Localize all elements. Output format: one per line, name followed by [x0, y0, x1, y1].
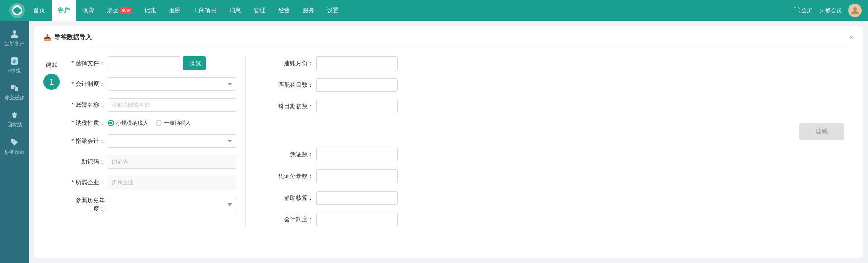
sidebar-label-declaration: 0申报: [8, 67, 21, 74]
form-area: 建账 1 * 选择文件： +浏览 * 会计制度：: [43, 56, 854, 226]
radio-small-scale[interactable]: 小规模纳税人: [108, 119, 148, 127]
accounting-select[interactable]: [108, 77, 236, 91]
svg-point-10: [13, 141, 14, 142]
radio-dot-unchecked: [156, 120, 162, 126]
accountant-row: * 指派会计：: [69, 134, 236, 148]
svg-point-1: [13, 30, 16, 34]
nav-item-home[interactable]: 首页: [27, 0, 52, 21]
voucher-entries-label: 凭证分录数：: [273, 172, 313, 180]
voucher-entries-row: 凭证分录数：: [273, 169, 854, 183]
nav-item-manage[interactable]: 管理: [247, 0, 272, 21]
dialog-panel: 📥 导爷数据导入 × 建账 1 * 选择文件： +浏览: [34, 26, 863, 258]
history-year-row: 参照历史年度：: [69, 197, 236, 213]
migration-icon: [9, 83, 19, 93]
history-year-label: 参照历史年度：: [69, 197, 105, 213]
sidebar-item-tag-settings[interactable]: 标签设置: [0, 134, 29, 159]
ledger-name-label: * 账簿名称：: [69, 101, 105, 109]
tax-type-row: * 纳税性质： 小规模纳税人 一般纳税人: [69, 119, 236, 127]
month-row: 建账月份：: [273, 56, 854, 70]
voucher-entries-value: [316, 169, 398, 183]
form-fields-left: * 选择文件： +浏览 * 会计制度： * 账簿名称：: [69, 56, 236, 226]
company-input[interactable]: [108, 176, 236, 189]
svg-rect-5: [13, 62, 15, 63]
file-input[interactable]: [108, 56, 180, 70]
company-row: * 所属企业：: [69, 176, 236, 189]
user-avatar[interactable]: [848, 4, 862, 17]
vertical-divider: [245, 56, 246, 226]
step-indicator: 建账 1: [43, 56, 69, 226]
svg-rect-7: [15, 87, 18, 91]
trash-icon: [9, 110, 19, 120]
radio-dot-checked: [108, 120, 114, 126]
new-badge: new: [120, 7, 132, 14]
voucher-row: 凭证数：: [273, 148, 854, 161]
tag-icon: [9, 137, 19, 147]
nav-item-business[interactable]: 工商项目: [187, 0, 223, 21]
title-icon: 📥: [43, 34, 51, 41]
radio-general[interactable]: 一般纳税人: [156, 119, 191, 127]
tax-type-label: * 纳税性质：: [69, 119, 105, 127]
accounting-label: * 会计制度：: [69, 80, 105, 88]
memo-code-row: 助记码：: [69, 155, 236, 169]
nav-item-bookkeeping[interactable]: 记账: [138, 0, 162, 21]
build-account-button[interactable]: 建账: [799, 123, 844, 140]
file-select-row: * 选择文件： +浏览: [69, 56, 236, 70]
nav-item-invoice[interactable]: 票据 new: [100, 0, 138, 21]
form-right-info: 建账月份： 匹配科目数： 科目期初数： 建账 凭证数：: [255, 56, 854, 226]
step-label: 建账: [46, 61, 57, 69]
browse-button[interactable]: +浏览: [183, 56, 206, 70]
dialog-title: 📥 导爷数据导入: [43, 33, 854, 47]
nav-item-message[interactable]: 消息: [223, 0, 247, 21]
app-logo[interactable]: [5, 0, 25, 21]
ledger-name-input[interactable]: [108, 98, 236, 112]
auxiliary-row: 辅助核算：: [273, 191, 854, 205]
svg-rect-9: [14, 112, 15, 113]
top-navigation: 首页 客户 收费 票据 new 记账 报税 工商项目 消息 管理 经营 服务 设…: [0, 0, 868, 21]
svg-rect-8: [12, 113, 17, 113]
tax-radio-group: 小规模纳税人 一般纳税人: [108, 119, 191, 127]
match-value: [316, 78, 398, 92]
nav-items: 首页 客户 收费 票据 new 记账 报税 工商项目 消息 管理 经营 服务 设…: [27, 0, 793, 21]
nav-item-billing[interactable]: 收费: [76, 0, 100, 21]
svg-rect-4: [13, 61, 16, 62]
svg-point-0: [853, 7, 857, 11]
history-year-select[interactable]: [108, 198, 236, 211]
period-balance-row: 科目期初数：: [273, 100, 854, 113]
sidebar-item-recycle[interactable]: 回收站: [0, 107, 29, 132]
sidebar-label-account-migration: 账套迁移: [5, 94, 24, 101]
auxiliary-value: [316, 191, 398, 205]
svg-rect-3: [13, 60, 16, 61]
member-btn[interactable]: ▷ 畅会员: [819, 7, 842, 14]
voucher-label: 凭证数：: [273, 150, 313, 159]
nav-item-tax[interactable]: 报税: [162, 0, 187, 21]
person-icon: [9, 29, 19, 39]
sidebar-item-all-customers[interactable]: 全部客户: [0, 25, 29, 51]
accounting-system-value: [316, 213, 398, 226]
ledger-name-row: * 账簿名称：: [69, 98, 236, 112]
sidebar: 全部客户 0申报 账套迁移: [0, 21, 29, 263]
nav-right-area: ⛶ 全屏 ▷ 畅会员: [793, 4, 862, 17]
svg-rect-6: [11, 85, 14, 89]
nav-item-operation[interactable]: 经营: [272, 0, 296, 21]
period-balance-value: [316, 100, 398, 113]
nav-item-customer[interactable]: 客户: [52, 0, 76, 21]
voucher-value: [316, 148, 398, 161]
close-button[interactable]: ×: [849, 33, 854, 42]
title-text: 导爷数据导入: [54, 33, 92, 42]
sidebar-label-tag-settings: 标签设置: [5, 149, 24, 155]
accounting-system-row: * 会计制度：: [69, 77, 236, 91]
accounting-system-row-right: 会计制度：: [273, 213, 854, 226]
sidebar-item-declaration[interactable]: 0申报: [0, 52, 29, 78]
memo-code-input[interactable]: [108, 155, 236, 169]
month-value: [316, 56, 398, 70]
month-label: 建账月份：: [273, 59, 313, 67]
period-balance-label: 科目期初数：: [273, 103, 313, 111]
fullscreen-btn[interactable]: ⛶ 全屏: [793, 7, 812, 14]
sidebar-label-recycle: 回收站: [7, 122, 22, 128]
accountant-label: * 指派会计：: [69, 137, 105, 145]
nav-item-service[interactable]: 服务: [296, 0, 321, 21]
accountant-select[interactable]: [108, 134, 236, 148]
sidebar-item-account-migration[interactable]: 账套迁移: [0, 80, 29, 105]
nav-item-settings[interactable]: 设置: [321, 0, 345, 21]
memo-code-label: 助记码：: [69, 158, 105, 166]
